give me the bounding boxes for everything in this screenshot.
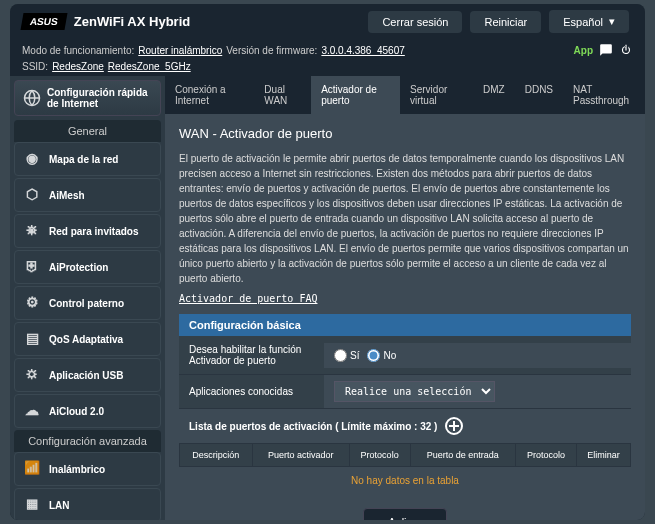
mode-label: Modo de funcionamiento: [22, 45, 134, 56]
tab-ddns[interactable]: DDNS [515, 76, 563, 114]
language-label: Español [563, 16, 603, 28]
col-header: Protocolo [515, 444, 576, 467]
basic-config-header: Configuración básica [179, 314, 631, 336]
plus-icon [449, 421, 459, 431]
main-panel: Conexión a InternetDual WANActivador de … [165, 76, 645, 520]
sidebar-item-red-para-invitados[interactable]: ⛯Red para invitados [14, 214, 161, 248]
nav-icon: ☁ [23, 402, 41, 420]
header: ASUS ZenWiFi AX Hybrid Cerrar sesión Rei… [10, 4, 645, 39]
nav-label: LAN [49, 500, 70, 511]
page-description: El puerto de activación le permite abrir… [179, 151, 631, 286]
col-header: Descripción [180, 444, 253, 467]
nav-label: Mapa de la red [49, 154, 118, 165]
sidebar-item-mapa-de-la-red[interactable]: ◉Mapa de la red [14, 142, 161, 176]
apply-button[interactable]: Aplicar [363, 508, 447, 520]
known-apps-label: Aplicaciones conocidas [179, 378, 324, 405]
col-header: Puerto activador [252, 444, 349, 467]
nav-icon: ⛭ [23, 366, 41, 384]
mode-link[interactable]: Router inalámbrico [138, 45, 222, 56]
tab-dual-wan[interactable]: Dual WAN [254, 76, 311, 114]
radio-no[interactable]: No [367, 349, 396, 362]
info-bar: Modo de funcionamiento: Router inalámbri… [10, 39, 645, 76]
nav-icon: ◉ [23, 150, 41, 168]
nav-icon: ⚙ [23, 294, 41, 312]
ssid2-link[interactable]: RedesZone_5GHz [108, 61, 191, 72]
sidebar-item-aplicación-usb[interactable]: ⛭Aplicación USB [14, 358, 161, 392]
nav-label: AiProtection [49, 262, 108, 273]
enable-label: Desea habilitar la función Activador de … [179, 336, 324, 374]
logout-button[interactable]: Cerrar sesión [368, 11, 462, 33]
ssid1-link[interactable]: RedesZone [52, 61, 104, 72]
advanced-header: Configuración avanzada [14, 430, 161, 452]
nav-label: AiMesh [49, 190, 85, 201]
sidebar: Configuración rápida de Internet General… [10, 76, 165, 520]
nav-icon: ▤ [23, 330, 41, 348]
app-badge[interactable]: App [574, 45, 593, 56]
nav-icon: ⬡ [23, 186, 41, 204]
fw-link[interactable]: 3.0.0.4.386_45607 [321, 45, 404, 56]
page-title: WAN - Activador de puerto [179, 126, 631, 141]
language-select[interactable]: Español ▾ [549, 10, 629, 33]
col-header: Protocolo [349, 444, 410, 467]
reboot-button[interactable]: Reiniciar [470, 11, 541, 33]
no-data-row: No hay datos en la tabla [180, 467, 631, 495]
radio-yes[interactable]: Sí [334, 349, 359, 362]
globe-icon [23, 89, 41, 107]
nav-icon: 📶 [23, 460, 41, 478]
wan-tabs: Conexión a InternetDual WANActivador de … [165, 76, 645, 114]
trigger-table: DescripciónPuerto activadorProtocoloPuer… [179, 443, 631, 494]
col-header: Puerto de entrada [410, 444, 515, 467]
known-apps-select[interactable]: Realice una selección [334, 381, 495, 402]
nav-icon: ▦ [23, 496, 41, 514]
nav-label: AiCloud 2.0 [49, 406, 104, 417]
sidebar-item-lan[interactable]: ▦LAN [14, 488, 161, 520]
quick-setup-label: Configuración rápida de Internet [47, 87, 152, 109]
brand-logo: ASUS [21, 13, 68, 30]
nav-label: Inalámbrico [49, 464, 105, 475]
nav-icon: ⛨ [23, 258, 41, 276]
feedback-icon[interactable] [599, 43, 613, 57]
faq-link[interactable]: Activador de puerto FAQ [179, 293, 317, 304]
nav-label: Red para invitados [49, 226, 138, 237]
power-icon[interactable] [619, 43, 633, 57]
ssid-label: SSID: [22, 61, 48, 72]
tab-servidor-virtual[interactable]: Servidor virtual [400, 76, 473, 114]
quick-setup-button[interactable]: Configuración rápida de Internet [14, 80, 161, 116]
tab-nat-passthrough[interactable]: NAT Passthrough [563, 76, 645, 114]
nav-icon: ⛯ [23, 222, 41, 240]
sidebar-item-aimesh[interactable]: ⬡AiMesh [14, 178, 161, 212]
sidebar-item-aicloud-2.0[interactable]: ☁AiCloud 2.0 [14, 394, 161, 428]
fw-label: Versión de firmware: [226, 45, 317, 56]
tab-dmz[interactable]: DMZ [473, 76, 515, 114]
col-header: Eliminar [577, 444, 631, 467]
nav-label: Aplicación USB [49, 370, 123, 381]
sidebar-item-qos-adaptativa[interactable]: ▤QoS Adaptativa [14, 322, 161, 356]
sidebar-item-control-paterno[interactable]: ⚙Control paterno [14, 286, 161, 320]
sidebar-item-aiprotection[interactable]: ⛨AiProtection [14, 250, 161, 284]
tab-activador-de-puerto[interactable]: Activador de puerto [311, 76, 400, 114]
trigger-list-header: Lista de puertos de activación ( Límite … [189, 421, 437, 432]
product-name: ZenWiFi AX Hybrid [74, 14, 190, 29]
nav-label: QoS Adaptativa [49, 334, 123, 345]
tab-conexión-a-internet[interactable]: Conexión a Internet [165, 76, 254, 114]
sidebar-item-inalámbrico[interactable]: 📶Inalámbrico [14, 452, 161, 486]
nav-label: Control paterno [49, 298, 124, 309]
general-header: General [14, 120, 161, 142]
add-button[interactable] [445, 417, 463, 435]
chevron-down-icon: ▾ [609, 15, 615, 28]
